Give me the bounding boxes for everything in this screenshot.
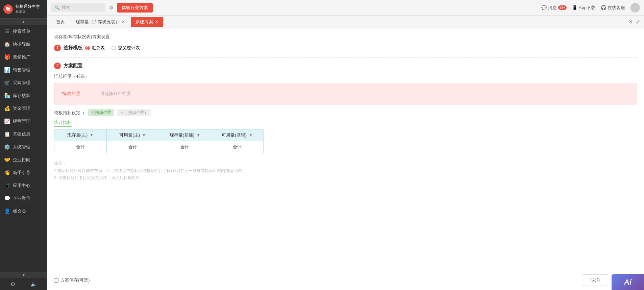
col-header-3-label: 可用量(基辅) (222, 132, 247, 138)
operation-icon: 📈 (4, 118, 10, 124)
sidebar-item-inventory-label: 库存核算 (13, 93, 30, 99)
indicator-table-header: 现存量(主) ▼ 可用量(主) ▼ 现存量(基辅) ▼ 可用量(基辅) (54, 129, 263, 141)
sidebar-item-search[interactable]: ☰ 搜索菜单 (0, 25, 47, 38)
customer-service-label: 在线客服 (608, 5, 625, 11)
inventory-icon: 🏪 (4, 93, 10, 99)
sidebar-item-guide[interactable]: 👋 新手引导 (0, 166, 47, 179)
sidebar-item-system[interactable]: ⚙️ 系统管理 (0, 141, 47, 153)
tab-inventory-close[interactable]: ✕ (122, 20, 125, 24)
tips-title: 提示： (54, 161, 66, 166)
cell-0-0-value: 合计 (76, 144, 85, 150)
cell-0-3-value: 合计 (233, 144, 242, 150)
trial-btn[interactable]: 体验行业方案 (117, 3, 153, 13)
app-center-icon: 📱 (4, 183, 10, 189)
radio-cross-label: 交叉统计表 (118, 45, 140, 51)
sidebar-item-marketing[interactable]: 🎁 营销推广 (0, 51, 47, 64)
sidebar-item-guide-label: 新手引导 (13, 170, 30, 176)
sidebar-item-sales-label: 销售管理 (13, 67, 30, 73)
sidebar-item-shortcut[interactable]: 🏠 快捷导航 (0, 38, 47, 51)
section1-label: 选择模板 (64, 45, 82, 51)
tip1: 1.拖动标题栏可以调整布局，不可跨维度或指标区域拖动栏目字段(只能在同一维度或指… (54, 167, 637, 175)
cell-0-0: 合计 (54, 141, 107, 153)
content-area: 现存量(库存状况表)方案设置 1 选择模板 汇总表 交叉统计表 (47, 28, 644, 270)
sidebar-item-base-info[interactable]: 📋 基础信息 (0, 128, 47, 141)
sidebar-item-member[interactable]: 👤 畅会员 (0, 205, 47, 218)
gear-icon[interactable]: ⚙ (109, 4, 114, 11)
tab-home[interactable]: 首页 (51, 17, 70, 27)
indicator-settings-prefix: 模板指标设定（ (54, 110, 85, 116)
tip2: 2. 点击标题栏下拉可设置排序、插入列和删除列 (54, 174, 637, 182)
radio-cross-circle (112, 46, 116, 50)
cancel-button[interactable]: 取消 (582, 274, 608, 286)
radio-summary[interactable]: 汇总表 (85, 45, 105, 51)
sidebar-bottom: ⚙ 🔈 (0, 278, 47, 290)
tab-new-plan[interactable]: 新建方案 ✕ (131, 17, 163, 27)
tab-new-plan-close[interactable]: ✕ (155, 20, 158, 24)
tab-inventory[interactable]: 现存量（库存状况表） ✕ (71, 17, 129, 27)
message-btn[interactable]: 💬 消息 99+ (541, 5, 567, 11)
col-header-1-label: 可用量(主) (119, 132, 140, 138)
col-header-0[interactable]: 现存量(主) ▼ (54, 129, 107, 141)
search-placeholder: 搜索 (62, 5, 70, 10)
volume-icon[interactable]: 🔈 (30, 281, 37, 287)
col-header-1-chevron: ▼ (142, 133, 146, 138)
sidebar: 畅 畅捷通好生意 标准版 ▲ ☰ 搜索菜单 🏠 快捷导航 🎁 营销推广 📊 销售… (0, 0, 47, 290)
non-draggable-badge: 不可拖动位置） (117, 109, 151, 116)
radio-cross[interactable]: 交叉统计表 (112, 45, 140, 51)
topbar: 🔍 搜索 ⚙ 体验行业方案 💬 消息 99+ 📱 App下载 🎧 在线客服 (47, 0, 644, 16)
sidebar-scroll-down[interactable]: ▼ (0, 272, 47, 278)
app-download-btn[interactable]: 📱 App下载 (572, 5, 595, 11)
sidebar-item-inventory[interactable]: 🏪 库存核算 (0, 89, 47, 102)
app-download-label: App下载 (579, 5, 595, 11)
settings-icon[interactable]: ⚙ (10, 281, 15, 287)
sidebar-item-wechat[interactable]: 💬 企业微信 (0, 192, 47, 205)
divider1 (54, 57, 637, 58)
sidebar-item-finance[interactable]: 💰 资金管理 (0, 102, 47, 115)
stats-label: 统计指标 (54, 120, 72, 127)
section1-header: 1 选择模板 汇总表 交叉统计表 (54, 45, 637, 51)
finance-icon: 💰 (4, 105, 10, 112)
sidebar-item-operation[interactable]: 📈 经营管理 (0, 115, 47, 128)
col-header-3-chevron: ▼ (249, 133, 253, 138)
avatar[interactable] (630, 3, 640, 13)
message-badge: 99+ (558, 5, 567, 10)
topbar-right: 💬 消息 99+ 📱 App下载 🎧 在线客服 (541, 3, 640, 13)
sidebar-item-purchase[interactable]: 🛒 采购管理 (0, 76, 47, 89)
tab-home-label: 首页 (56, 19, 65, 25)
sidebar-item-app-center[interactable]: 📱 应用中心 (0, 179, 47, 192)
sidebar-scroll-up[interactable]: ▲ (0, 19, 47, 25)
draggable-badge: 可拖动位置 (88, 109, 114, 116)
tab-new-plan-label: 新建方案 (135, 19, 153, 25)
indicator-table: 现存量(主) ▼ 可用量(主) ▼ 现存量(基辅) ▼ 可用量(基辅) (54, 129, 264, 153)
ai-bubble[interactable]: Ai (612, 274, 644, 290)
sidebar-item-wechat-label: 企业微信 (13, 195, 30, 201)
dimension-box[interactable]: *纵向维度 —— 请选择分组维度 (54, 83, 637, 104)
close-panel-btn[interactable]: ✕ (628, 19, 633, 25)
cell-0-3: 合计 (211, 141, 263, 153)
wechat-icon: 💬 (4, 195, 10, 201)
save-option[interactable]: 方案保存(可选) (54, 277, 90, 283)
cell-0-2: 合计 (159, 141, 212, 153)
indicator-settings-label: 模板指标设定（ 可拖动位置 不可拖动位置） (54, 109, 637, 116)
col-header-2[interactable]: 现存量(基辅) ▼ (159, 129, 212, 141)
search-icon: 🔍 (55, 5, 60, 10)
system-icon: ⚙️ (4, 144, 10, 150)
cell-0-2-value: 合计 (180, 144, 189, 150)
customer-service-btn[interactable]: 🎧 在线客服 (601, 5, 625, 11)
sidebar-nav: ☰ 搜索菜单 🏠 快捷导航 🎁 营销推广 📊 销售管理 🛒 采购管理 🏪 库存核… (0, 25, 47, 272)
sidebar-item-sales[interactable]: 📊 销售管理 (0, 64, 47, 76)
template-radio-group: 汇总表 交叉统计表 (85, 45, 140, 51)
sidebar-item-enterprise[interactable]: 🤝 企业协同 (0, 153, 47, 166)
col-header-0-label: 现存量(主) (67, 132, 88, 138)
search-box[interactable]: 🔍 搜索 (51, 3, 105, 12)
expand-panel-btn[interactable]: ⤢ (636, 19, 640, 25)
member-icon: 👤 (4, 208, 10, 214)
col-header-3[interactable]: 可用量(基辅) ▼ (211, 129, 263, 141)
search-menu-icon: ☰ (4, 28, 10, 34)
sidebar-item-marketing-label: 营销推广 (13, 54, 30, 60)
col-header-1[interactable]: 可用量(主) ▼ (107, 129, 159, 141)
sidebar-item-system-label: 系统管理 (13, 144, 30, 150)
save-checkbox[interactable] (54, 278, 58, 283)
dimension-arrow: —— (86, 91, 95, 96)
col-header-2-label: 现存量(基辅) (170, 132, 195, 138)
